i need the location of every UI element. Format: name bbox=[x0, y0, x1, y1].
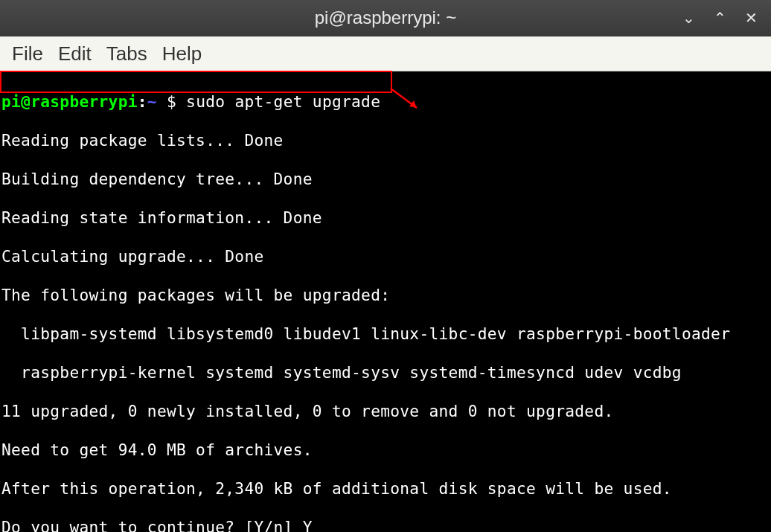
output-line: Reading state information... Done bbox=[1, 208, 770, 228]
menu-help[interactable]: Help bbox=[155, 39, 209, 68]
prompt-line: pi@raspberrypi:~ $ sudo apt-get upgrade bbox=[1, 92, 770, 112]
output-line: raspberrypi-kernel systemd systemd-sysv … bbox=[1, 363, 770, 382]
titlebar: pi@raspberrypi: ~ ⌄ ⌃ ✕ bbox=[0, 0, 771, 36]
minimize-button[interactable]: ⌄ bbox=[682, 9, 695, 27]
titlebar-title: pi@raspberrypi: ~ bbox=[315, 7, 456, 28]
output-line: Reading package lists... Done bbox=[1, 131, 770, 150]
close-button[interactable]: ✕ bbox=[744, 9, 758, 27]
menubar: File Edit Tabs Help bbox=[0, 36, 771, 71]
window-controls: ⌄ ⌃ ✕ bbox=[682, 0, 765, 36]
output-line: 11 upgraded, 0 newly installed, 0 to rem… bbox=[1, 402, 770, 421]
maximize-button[interactable]: ⌃ bbox=[713, 9, 726, 27]
menu-edit[interactable]: Edit bbox=[51, 39, 99, 68]
output-line: Do you want to continue? [Y/n] Y bbox=[1, 518, 770, 532]
output-line: The following packages will be upgraded: bbox=[1, 286, 770, 305]
output-line: Need to get 94.0 MB of archives. bbox=[1, 440, 770, 460]
output-line: Building dependency tree... Done bbox=[1, 170, 770, 189]
prompt-dollar: $ bbox=[167, 92, 186, 111]
terminal-area[interactable]: pi@raspberrypi:~ $ sudo apt-get upgrade … bbox=[0, 71, 771, 532]
prompt-command: sudo apt-get upgrade bbox=[186, 92, 380, 111]
output-line: After this operation, 2,340 kB of additi… bbox=[1, 479, 770, 499]
menu-file[interactable]: File bbox=[4, 39, 51, 68]
prompt-path: ~ bbox=[147, 92, 167, 111]
prompt-colon: : bbox=[138, 92, 147, 111]
menu-tabs[interactable]: Tabs bbox=[99, 39, 155, 68]
prompt-user-host: pi@raspberrypi bbox=[1, 92, 138, 111]
output-line: Calculating upgrade... Done bbox=[1, 247, 770, 266]
output-line: libpam-systemd libsystemd0 libudev1 linu… bbox=[1, 324, 770, 344]
